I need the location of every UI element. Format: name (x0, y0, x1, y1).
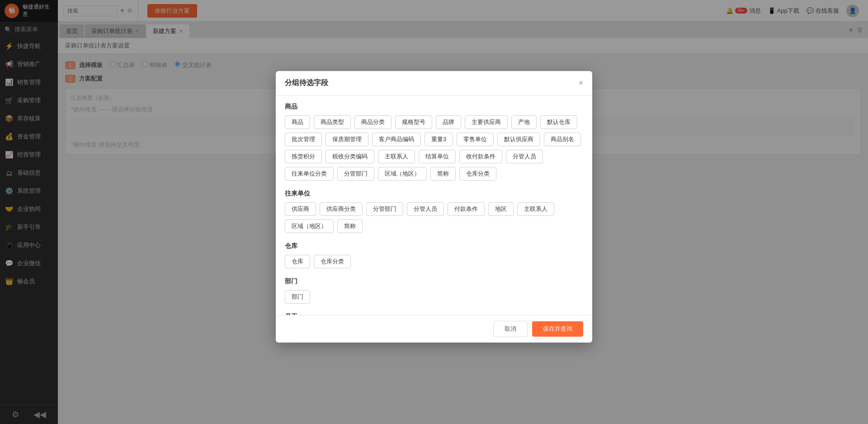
tag-btn-product-4[interactable]: 品牌 (436, 115, 461, 129)
tag-btn-product-7[interactable]: 默认仓库 (540, 115, 577, 129)
tag-btn-product-1[interactable]: 商品类型 (314, 115, 351, 129)
tag-group-product: 商品商品类型商品分类规格型号品牌主要供应商产地默认仓库批次管理保质期管理客户商品… (285, 115, 583, 181)
field-select-modal: 分组待选字段 × 商品商品商品类型商品分类规格型号品牌主要供应商产地默认仓库批次… (276, 71, 592, 343)
tag-btn-partner-0[interactable]: 供应商 (285, 202, 316, 216)
tag-btn-product-0[interactable]: 商品 (285, 115, 310, 129)
section-partner: 往来单位供应商供应商分类分管部门分管人员付款条件地区主联系人区域（地区）简称 (285, 190, 583, 233)
tag-btn-product-23[interactable]: 区域（地区） (378, 167, 427, 181)
tag-btn-product-25[interactable]: 仓库分类 (459, 167, 496, 181)
tag-btn-partner-7[interactable]: 区域（地区） (285, 219, 334, 233)
tag-btn-product-17[interactable]: 主联系人 (378, 150, 415, 163)
modal-header: 分组待选字段 × (276, 71, 592, 95)
tag-btn-product-21[interactable]: 往来单位分类 (285, 167, 334, 181)
tag-btn-product-6[interactable]: 产地 (511, 115, 537, 129)
tag-group-partner: 供应商供应商分类分管部门分管人员付款条件地区主联系人区域（地区）简称 (285, 202, 583, 233)
tag-btn-product-18[interactable]: 结算单位 (419, 150, 456, 163)
tag-btn-product-11[interactable]: 重量3 (425, 133, 453, 146)
tag-btn-partner-6[interactable]: 主联系人 (517, 202, 554, 216)
modal-close-button[interactable]: × (578, 79, 583, 87)
tag-btn-warehouse-0[interactable]: 仓库 (285, 255, 310, 268)
section-title-partner: 往来单位 (285, 190, 583, 198)
tag-btn-warehouse-1[interactable]: 仓库分类 (314, 255, 351, 268)
tag-btn-partner-1[interactable]: 供应商分类 (320, 202, 363, 216)
section-product: 商品商品商品类型商品分类规格型号品牌主要供应商产地默认仓库批次管理保质期管理客户… (285, 103, 583, 181)
tag-btn-product-12[interactable]: 零售单位 (457, 133, 494, 146)
section-title-warehouse: 仓库 (285, 242, 583, 250)
tag-btn-product-22[interactable]: 分管部门 (337, 167, 374, 181)
tag-btn-product-3[interactable]: 规格型号 (395, 115, 432, 129)
tag-btn-product-19[interactable]: 收付款条件 (459, 150, 502, 163)
section-title-department: 部门 (285, 277, 583, 286)
section-department: 部门部门 (285, 277, 583, 304)
tag-btn-partner-8[interactable]: 简称 (337, 219, 363, 233)
confirm-button[interactable]: 保存并查询 (532, 321, 583, 337)
tag-group-warehouse: 仓库仓库分类 (285, 255, 583, 268)
modal-title: 分组待选字段 (285, 78, 328, 88)
tag-btn-product-24[interactable]: 简称 (430, 167, 456, 181)
tag-btn-partner-4[interactable]: 付款条件 (448, 202, 485, 216)
tag-btn-product-14[interactable]: 商品别名 (544, 133, 581, 146)
tag-group-department: 部门 (285, 290, 583, 304)
tag-btn-partner-3[interactable]: 分管人员 (407, 202, 444, 216)
tag-btn-product-5[interactable]: 主要供应商 (465, 115, 508, 129)
tag-btn-product-13[interactable]: 默认供应商 (497, 133, 540, 146)
tag-btn-partner-5[interactable]: 地区 (488, 202, 514, 216)
tag-btn-product-20[interactable]: 分管人员 (506, 150, 543, 163)
tag-btn-product-10[interactable]: 客户商品编码 (372, 133, 421, 146)
modal-body: 商品商品商品类型商品分类规格型号品牌主要供应商产地默认仓库批次管理保质期管理客户… (276, 95, 592, 315)
cancel-button[interactable]: 取消 (493, 321, 528, 337)
tag-btn-product-2[interactable]: 商品分类 (354, 115, 392, 129)
section-warehouse: 仓库仓库仓库分类 (285, 242, 583, 268)
section-title-product: 商品 (285, 103, 583, 111)
modal-footer: 取消 保存并查询 (276, 315, 592, 343)
tag-btn-product-16[interactable]: 税收分类编码 (326, 150, 374, 163)
tag-btn-product-8[interactable]: 批次管理 (285, 133, 322, 146)
tag-btn-product-15[interactable]: 拣货积分 (285, 150, 322, 163)
tag-btn-department-0[interactable]: 部门 (285, 290, 310, 304)
tag-btn-product-9[interactable]: 保质期管理 (326, 133, 368, 146)
tag-btn-partner-2[interactable]: 分管部门 (366, 202, 403, 216)
